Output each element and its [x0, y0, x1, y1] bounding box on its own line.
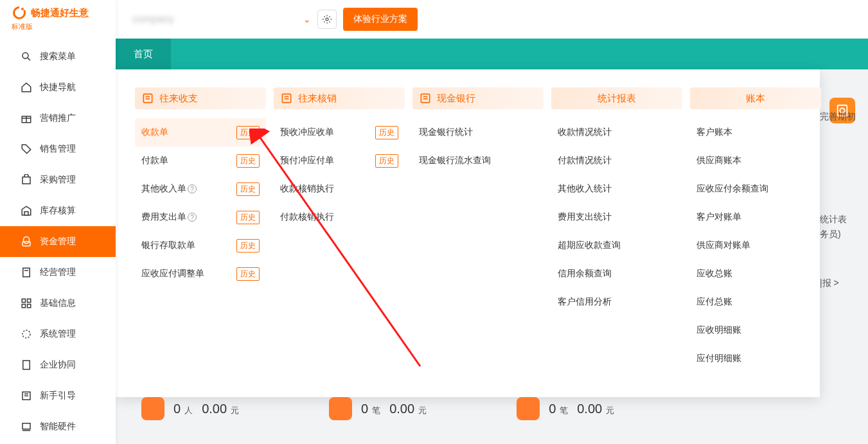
- menu-item-label: 其他收入单?: [141, 183, 197, 195]
- nav-label: 基础信息: [40, 297, 76, 309]
- history-badge[interactable]: 历史: [236, 239, 260, 253]
- menu-item[interactable]: 银行存取款单历史: [135, 231, 266, 260]
- funds-megamenu: 往来收支收款单历史付款单历史其他收入单?历史费用支出单?历史银行存取款单历史应收…: [116, 69, 820, 397]
- menu-item[interactable]: 现金银行统计: [412, 118, 544, 147]
- menu-item[interactable]: 信用余额查询: [551, 260, 682, 288]
- menu-item[interactable]: 应收总账: [690, 260, 821, 288]
- column-title: 往来收支: [159, 93, 198, 105]
- menu-item[interactable]: 费用支出统计: [551, 203, 682, 231]
- settings-icon: [21, 328, 32, 340]
- warehouse-icon: [21, 205, 32, 217]
- menu-item[interactable]: 超期应收款查询: [551, 231, 682, 260]
- menu-item-label: 信用余额查询: [558, 268, 612, 280]
- nav-marketing[interactable]: 营销推广: [0, 103, 116, 134]
- history-badge[interactable]: 历史: [236, 182, 260, 196]
- settings-button[interactable]: [317, 10, 337, 29]
- menu-item[interactable]: 现金银行流水查询: [412, 147, 544, 175]
- column-title: 账本: [746, 93, 765, 105]
- cart-icon: [21, 174, 32, 186]
- nav-hardware[interactable]: 智能硬件: [0, 411, 116, 442]
- history-badge[interactable]: 历史: [236, 126, 260, 139]
- history-badge[interactable]: 历史: [375, 126, 398, 139]
- svg-point-20: [326, 18, 328, 21]
- summary-cards: 0人0.00元 0笔0.00元 0笔0.00元: [141, 389, 849, 428]
- right-peek: 完善期初 统计表务员) |报 >: [820, 109, 868, 325]
- menu-item[interactable]: 供应商账本: [690, 147, 821, 175]
- nav-label: 新手引导: [40, 390, 76, 402]
- menu-item-label: 应收明细账: [696, 324, 741, 336]
- menu-item-label: 超期应收款查询: [558, 240, 621, 251]
- svg-point-0: [21, 8, 24, 10]
- history-badge[interactable]: 历史: [236, 211, 260, 224]
- nav-label: 营销推广: [40, 112, 76, 124]
- mega-column: 统计报表收款情况统计付款情况统计其他收入统计费用支出统计超期应收款查询信用余额查…: [551, 87, 682, 373]
- nav-quicknav[interactable]: 快捷导航: [0, 72, 116, 103]
- menu-item[interactable]: 预付冲应付单历史: [274, 147, 405, 175]
- help-icon[interactable]: ?: [188, 213, 197, 222]
- nav-inventory[interactable]: 库存核算: [0, 195, 116, 226]
- nav-system[interactable]: 系统管理: [0, 319, 116, 350]
- column-header: 往来收支: [135, 87, 266, 109]
- section-icon: [141, 92, 154, 105]
- card-icon: [329, 397, 352, 420]
- help-icon[interactable]: ?: [188, 184, 197, 193]
- menu-item[interactable]: 应收应付余额查询: [690, 175, 821, 203]
- nav-label: 经营管理: [40, 267, 76, 278]
- chevron-down-icon[interactable]: ⌄: [303, 14, 311, 24]
- menu-item[interactable]: 应收应付调整单历史: [135, 260, 266, 288]
- peek-text: 统计表务员): [820, 212, 868, 241]
- history-badge[interactable]: 历史: [236, 267, 260, 281]
- menu-item[interactable]: 其他收入单?历史: [135, 175, 266, 203]
- menu-item[interactable]: 应收明细账: [690, 316, 821, 344]
- industry-cta-button[interactable]: 体验行业方案: [343, 8, 418, 31]
- menu-item[interactable]: 收款情况统计: [551, 118, 682, 147]
- menu-item[interactable]: 客户对账单: [690, 203, 821, 231]
- svg-rect-18: [22, 423, 30, 429]
- menu-item-label: 费用支出统计: [558, 211, 612, 223]
- menu-item-label: 现金银行统计: [419, 127, 473, 138]
- menu-item[interactable]: 费用支出单?历史: [135, 203, 266, 231]
- summary-card: 0人0.00元: [141, 389, 239, 428]
- nav-search[interactable]: 搜索菜单: [0, 41, 116, 72]
- menu-item-label: 应收应付调整单: [141, 268, 204, 280]
- menu-item[interactable]: 其他收入统计: [551, 175, 682, 203]
- column-title: 现金银行: [437, 93, 475, 105]
- peek-text: 完善期初: [820, 109, 868, 123]
- menu-item[interactable]: 收款核销执行: [274, 175, 405, 203]
- menu-item[interactable]: 应付明细账: [690, 344, 821, 373]
- peek-text[interactable]: |报 >: [820, 276, 868, 290]
- history-badge[interactable]: 历史: [375, 154, 398, 168]
- section-icon: [280, 92, 293, 105]
- nav-operation[interactable]: 经营管理: [0, 257, 116, 288]
- nav-collab[interactable]: 企业协同: [0, 350, 116, 380]
- nav-funds[interactable]: 资金管理: [0, 226, 116, 257]
- svg-rect-11: [22, 299, 25, 302]
- menu-item-label: 应付总账: [696, 296, 732, 308]
- nav-purchase[interactable]: 采购管理: [0, 164, 116, 195]
- topbar: company ⌄ 体验行业方案: [116, 0, 868, 39]
- logo: 畅捷通好生意 标准版: [0, 0, 116, 39]
- menu-item[interactable]: 付款单历史: [135, 147, 266, 175]
- nav-label: 库存核算: [40, 205, 76, 217]
- column-header: 账本: [690, 87, 821, 109]
- menu-item[interactable]: 应付总账: [690, 288, 821, 316]
- nav-guide[interactable]: 新手引导: [0, 380, 116, 411]
- menu-item[interactable]: 付款核销执行: [274, 203, 405, 231]
- menu-item[interactable]: 客户信用分析: [551, 288, 682, 316]
- nav-label: 快捷导航: [40, 82, 76, 93]
- nav-label: 销售管理: [40, 143, 76, 155]
- menu-item[interactable]: 供应商对账单: [690, 231, 821, 260]
- svg-rect-7: [24, 212, 28, 215]
- clipboard-icon: [21, 267, 32, 278]
- nav-basicinfo[interactable]: 基础信息: [0, 288, 116, 319]
- nav-sales[interactable]: 销售管理: [0, 134, 116, 164]
- menu-item-label: 应收总账: [696, 268, 732, 280]
- menu-item[interactable]: 付款情况统计: [551, 147, 682, 175]
- menu-item[interactable]: 客户账本: [690, 118, 821, 147]
- summary-card: 0笔0.00元: [517, 389, 614, 428]
- company-selector[interactable]: company: [126, 8, 293, 31]
- history-badge[interactable]: 历史: [236, 154, 260, 168]
- tab-home[interactable]: 首页: [116, 39, 171, 69]
- menu-item[interactable]: 预收冲应收单历史: [274, 118, 405, 147]
- menu-item[interactable]: 收款单历史: [135, 118, 266, 147]
